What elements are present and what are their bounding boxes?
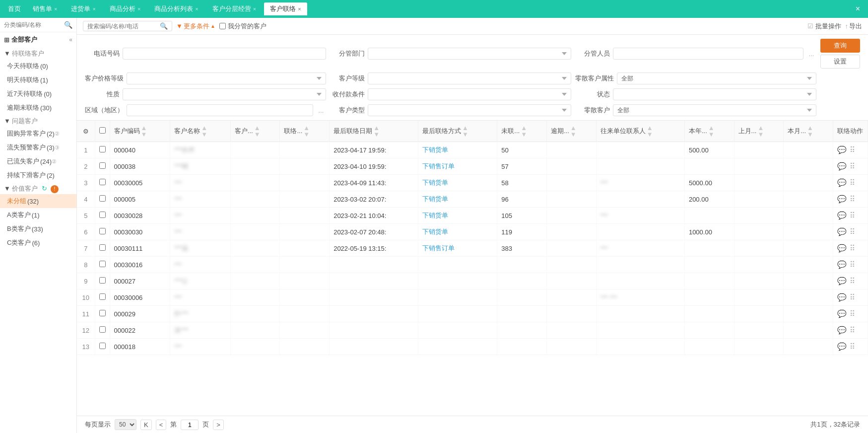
- row-checkbox[interactable]: [99, 310, 106, 316]
- per-page-select[interactable]: 50: [115, 419, 136, 430]
- sidebar-search-input[interactable]: [4, 21, 62, 28]
- adv-nature-select[interactable]: [123, 88, 326, 100]
- sidebar-item-class-b[interactable]: B类客户 (33): [0, 222, 76, 236]
- chat-icon[interactable]: 💬: [837, 178, 847, 187]
- adv-phone-input[interactable]: [123, 48, 326, 60]
- close-all-tabs[interactable]: ×: [852, 2, 864, 15]
- last-method-link[interactable]: 下销货单: [422, 212, 448, 219]
- adv-payment-select[interactable]: [368, 88, 571, 100]
- chat-icon[interactable]: 💬: [837, 162, 847, 171]
- chat-icon[interactable]: 💬: [837, 260, 847, 269]
- row-checkbox[interactable]: [99, 195, 106, 202]
- close-customer-layer-tab[interactable]: ×: [253, 6, 256, 12]
- apps-icon[interactable]: ⠿: [850, 277, 855, 286]
- row-checkbox-cell[interactable]: [95, 142, 110, 158]
- apps-icon[interactable]: ⠿: [850, 145, 855, 154]
- tab-sales[interactable]: 销售单 ×: [27, 2, 63, 15]
- chat-icon[interactable]: 💬: [837, 326, 847, 335]
- apps-icon[interactable]: ⠿: [850, 326, 855, 335]
- my-customers-checkbox[interactable]: [219, 23, 226, 29]
- row-checkbox-cell[interactable]: [95, 175, 110, 191]
- close-product-tab[interactable]: ×: [137, 6, 140, 12]
- row-checkbox[interactable]: [99, 293, 106, 300]
- row-checkbox-cell[interactable]: [95, 224, 110, 240]
- chat-icon[interactable]: 💬: [837, 342, 847, 351]
- adv-staff-input[interactable]: [613, 48, 803, 60]
- row-checkbox[interactable]: [99, 343, 106, 349]
- row-checkbox-cell[interactable]: [95, 240, 110, 257]
- row-checkbox[interactable]: [99, 146, 106, 152]
- chat-icon[interactable]: 💬: [837, 195, 847, 204]
- apps-icon[interactable]: ⠿: [850, 178, 855, 187]
- apps-icon[interactable]: ⠿: [850, 227, 855, 236]
- adv-region-dots[interactable]: ...: [316, 107, 326, 114]
- row-checkbox-cell[interactable]: [95, 339, 110, 355]
- tab-purchase[interactable]: 进货单 ×: [65, 2, 101, 15]
- col-gear[interactable]: ⚙: [77, 121, 95, 142]
- tab-product-analysis[interactable]: 商品分析 ×: [104, 2, 146, 15]
- apps-icon[interactable]: ⠿: [850, 293, 855, 302]
- last-method-link[interactable]: 下销货单: [422, 228, 448, 235]
- row-checkbox-cell[interactable]: [95, 273, 110, 289]
- sidebar-item-churned[interactable]: 已流失客户 (24) ②: [0, 154, 76, 168]
- last-method-link[interactable]: 下销货单: [422, 146, 448, 153]
- adv-sparse-customer-select[interactable]: 全部: [613, 104, 816, 116]
- tab-customer-contact[interactable]: 客户联络 ×: [264, 2, 307, 15]
- sidebar-refresh-icon[interactable]: ↻: [42, 185, 47, 192]
- adv-customer-level-select[interactable]: [368, 72, 571, 84]
- sidebar-item-class-c[interactable]: C类客户 (6): [0, 236, 76, 250]
- close-customer-contact-tab[interactable]: ×: [298, 6, 301, 12]
- apps-icon[interactable]: ⠿: [850, 244, 855, 253]
- row-checkbox[interactable]: [99, 179, 106, 185]
- sidebar-item-abnormal[interactable]: 固购异常客户 (2) ②: [0, 127, 76, 141]
- first-page-btn[interactable]: K: [140, 420, 152, 430]
- sidebar-item-7day-pending[interactable]: 近7天待联络 (0): [0, 87, 76, 101]
- close-product-list-tab[interactable]: ×: [195, 6, 198, 12]
- apps-icon[interactable]: ⠿: [850, 260, 855, 269]
- sidebar-item-tomorrow-pending[interactable]: 明天待联络 (1): [0, 73, 76, 87]
- sidebar-collapse-btn[interactable]: «: [69, 36, 72, 43]
- apps-icon[interactable]: ⠿: [850, 309, 855, 318]
- row-checkbox-cell[interactable]: [95, 322, 110, 339]
- all-customers-header[interactable]: ⊞ 全部客户 «: [0, 32, 76, 47]
- row-checkbox[interactable]: [99, 277, 106, 284]
- close-sales-tab[interactable]: ×: [54, 6, 57, 12]
- row-checkbox[interactable]: [99, 326, 106, 333]
- adv-price-level-select[interactable]: [127, 72, 326, 84]
- sidebar-item-overdue-pending[interactable]: 逾期未联络 (30): [0, 101, 76, 115]
- sidebar-item-class-a[interactable]: A类客户 (1): [0, 208, 76, 222]
- page-number-input[interactable]: [181, 420, 199, 430]
- sidebar-item-unclassified[interactable]: 未分组 (32): [0, 194, 76, 208]
- sidebar-item-today-pending[interactable]: 今天待联络 (0): [0, 59, 76, 73]
- next-page-btn[interactable]: >: [213, 420, 224, 430]
- last-method-link[interactable]: 下销货单: [422, 195, 448, 203]
- search-button[interactable]: 查询: [820, 39, 860, 53]
- home-tab[interactable]: 首页: [4, 2, 25, 15]
- adv-staff-dots[interactable]: ...: [806, 50, 816, 58]
- close-purchase-tab[interactable]: ×: [92, 6, 95, 12]
- batch-ops-btn[interactable]: ☑ 批量操作: [807, 22, 841, 31]
- sidebar-item-churn-warning[interactable]: 流失预警客户 (3) ③: [0, 141, 76, 154]
- chat-icon[interactable]: 💬: [837, 244, 847, 253]
- filter-search-icon[interactable]: 🔍: [160, 22, 168, 30]
- row-checkbox[interactable]: [99, 212, 106, 218]
- row-checkbox-cell[interactable]: [95, 289, 110, 306]
- col-checkbox[interactable]: [95, 121, 110, 142]
- more-conditions-btn[interactable]: ▼ 更多条件 ▲: [176, 22, 215, 31]
- sidebar-item-declining[interactable]: 持续下滑客户 (2): [0, 168, 76, 182]
- chat-icon[interactable]: 💬: [837, 309, 847, 318]
- filter-search-input[interactable]: [87, 23, 158, 30]
- tab-customer-layer[interactable]: 客户分层经营 ×: [206, 2, 262, 15]
- apps-icon[interactable]: ⠿: [850, 211, 855, 220]
- chat-icon[interactable]: 💬: [837, 277, 847, 286]
- my-customers-checkbox-wrap[interactable]: 我分管的客户: [219, 22, 267, 31]
- last-method-link[interactable]: 下销货单: [422, 179, 448, 186]
- reset-button[interactable]: 设置: [820, 55, 860, 69]
- prev-page-btn[interactable]: <: [156, 420, 167, 430]
- row-checkbox-cell[interactable]: [95, 191, 110, 208]
- adv-dept-select[interactable]: [368, 48, 571, 60]
- row-checkbox-cell[interactable]: [95, 158, 110, 175]
- adv-sparse-attr-select[interactable]: 全部: [617, 72, 816, 84]
- select-all-checkbox[interactable]: [99, 127, 106, 134]
- apps-icon[interactable]: ⠿: [850, 342, 855, 351]
